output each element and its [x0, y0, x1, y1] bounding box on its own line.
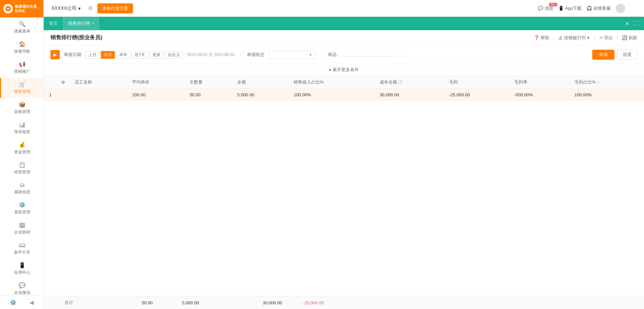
status-filter-label: 单据状态 [247, 52, 264, 58]
sidebar-item-basic-info[interactable]: 🗂 基础信息 [0, 178, 43, 198]
expand-conditions-btn[interactable]: ▾ 展开更多条件 [329, 67, 359, 73]
page-content: 销售排行榜(按业务员) ❓ 帮助 | 🖨 按模板打印 ▾ | ↗ [44, 30, 644, 296]
date-buttons: 上月 本月 本年 近7天 更多 自定义 [85, 51, 183, 59]
company-name: XXXXX公司 [51, 5, 77, 11]
home-label: 首页 [49, 20, 58, 27]
filter-sep-1: | [240, 51, 242, 58]
table-row: 1 100.00 50.00 5,000.00 100.00% 30,000.0… [44, 89, 644, 101]
tab-home[interactable]: 首页 [44, 17, 63, 30]
sidebar-label-guide: 新手引导 [14, 250, 30, 255]
sidebar-icon-guide: 📖 [19, 242, 26, 248]
expand-chevron-icon: ▾ [329, 67, 331, 72]
table-body: 1 100.00 50.00 5,000.00 100.00% 30,000.0… [44, 89, 644, 101]
profit-pct-sort-icon[interactable]: ↕ [597, 80, 599, 85]
company-selector[interactable]: XXXXX公司 ▾ [49, 4, 83, 13]
set-button[interactable]: 设置 [617, 50, 637, 60]
summary-amount: 5,000.00 [182, 300, 222, 305]
tab-close-window-icon[interactable]: ✕ [623, 19, 631, 28]
online-service-button[interactable]: 🎧 在线客服 [587, 5, 611, 11]
divider-3: | [617, 35, 618, 40]
sidebar-label-inventory: 库存核算 [14, 129, 30, 135]
summary-profit: -25,000.00 [303, 300, 343, 305]
sidebar-label-apps: 应用中心 [14, 270, 30, 275]
sidebar-item-enterprise[interactable]: 🏢 企业协同 [0, 218, 43, 239]
sidebar-icon-enterprise: 🏢 [19, 222, 26, 228]
print-label: 按模板打印 [564, 35, 586, 41]
th-settings[interactable]: ⚙ [57, 76, 71, 89]
divider-2: | [594, 35, 595, 40]
status-select[interactable]: ▾ [268, 51, 315, 59]
sidebar-item-guide[interactable]: 📖 新手引导 [0, 239, 43, 259]
prev-month-btn[interactable]: 上月 [85, 51, 99, 59]
tab-sales-rank[interactable]: 销售排行榜 × [63, 17, 99, 30]
service-label: 在线客服 [593, 5, 611, 11]
chevron-down-icon: ▾ [78, 6, 81, 11]
export-button[interactable]: ↗ 导出 [599, 35, 613, 41]
print-icon: 🖨 [558, 35, 563, 40]
cell-settings [57, 89, 71, 101]
sidebar-item-finance[interactable]: 💰 资金管理 [0, 138, 43, 158]
sidebar-item-purchase[interactable]: 📦 采购管理 [0, 98, 43, 118]
refresh-button[interactable]: 🔄 刷新 [622, 35, 637, 41]
cell-avg-price: 100.00 [128, 89, 185, 101]
message-button[interactable]: 💬 消息 99+ [538, 5, 553, 11]
custom-btn[interactable]: 自定义 [165, 51, 183, 59]
header-right: 💬 消息 99+ 📱 App下载 🎧 在线客服 [538, 4, 639, 13]
sidebar-item-search[interactable]: 🔍 搜索菜单 [0, 17, 43, 38]
app-version: 标准版 [15, 9, 37, 13]
filter-more-btn[interactable]: … [398, 52, 403, 57]
page-title: 销售排行榜(按业务员) [50, 34, 102, 41]
user-avatar[interactable] [616, 4, 625, 13]
export-icon: ↗ [599, 35, 603, 40]
goods-input[interactable] [341, 53, 394, 56]
sidebar-icon-purchase: 📦 [19, 101, 26, 108]
table-area: ⚙ 员工名称 平均单价 主数量 全额 销售收入占比% 成本全额 ⓘ 毛利 毛利率 [44, 76, 644, 101]
more-btn[interactable]: 更多 [149, 51, 164, 59]
sidebar-icon-basic-info: 🗂 [19, 182, 25, 188]
sidebar-item-sales[interactable]: 🛒 销售管理 [0, 78, 43, 98]
query-button[interactable]: 查询 [592, 50, 614, 60]
table-header: ⚙ 员工名称 平均单价 主数量 全额 销售收入占比% 成本全额 ⓘ 毛利 毛利率 [44, 76, 644, 89]
content-area: 销售排行榜(按业务员) ❓ 帮助 | 🖨 按模板打印 ▾ | ↗ [44, 30, 644, 296]
help-button[interactable]: ❓ 帮助 [534, 35, 549, 41]
sidebar-label-operations: 经营管理 [14, 169, 30, 175]
sidebar-item-wechat[interactable]: 💬 企业微信 [0, 279, 43, 296]
message-icon: 💬 [538, 6, 543, 11]
sidebar-item-quick-nav[interactable]: 🏠 快捷导航 [0, 38, 43, 58]
sidebar-icon-sales: 🛒 [19, 81, 26, 88]
help-icon: ❓ [534, 35, 539, 40]
trial-button[interactable]: 体验行业方案 [97, 3, 133, 13]
header-gear-icon[interactable]: ⚙ [87, 4, 94, 13]
refresh-icon: 🔄 [622, 35, 627, 40]
sidebar-icon-apps: 📱 [19, 262, 26, 268]
sidebar-item-apps[interactable]: 📱 应用中心 [0, 259, 43, 279]
settings-bottom-icon[interactable]: ⚙️ [10, 299, 16, 306]
cell-sales-pct: 100.00% [290, 89, 376, 101]
this-year-btn[interactable]: 本年 [116, 51, 130, 59]
app-download-button[interactable]: 📱 App下载 [558, 5, 582, 11]
th-sales-pct: 销售收入占比% [290, 76, 376, 89]
headset-icon: 🎧 [587, 6, 592, 11]
print-chevron-icon: ▾ [587, 35, 590, 40]
7days-btn[interactable]: 近7天 [132, 51, 148, 59]
sidebar-item-operations[interactable]: 📋 经营管理 [0, 158, 43, 178]
th-profit: 毛利 [445, 76, 510, 89]
cost-info-icon[interactable]: ⓘ [398, 80, 402, 85]
filter-collapse-btn[interactable]: ▶ [50, 50, 60, 59]
cell-profit-rate: -500.00% [510, 89, 570, 101]
print-button[interactable]: 🖨 按模板打印 ▾ [558, 35, 590, 41]
sidebar-item-system[interactable]: ⚙️ 系统管理 [0, 198, 43, 218]
sidebar-icon-search: 🔍 [19, 21, 26, 27]
tab-close-icon[interactable]: × [92, 21, 94, 26]
th-employee: 员工名称 [71, 76, 128, 89]
cell-amount: 5,000.00 [233, 89, 290, 101]
sidebar-item-inventory[interactable]: 📊 库存核算 [0, 118, 43, 138]
th-profit-rate: 毛利率 [510, 76, 570, 89]
sidebar-item-marketing[interactable]: 📢 营销推广 [0, 58, 43, 78]
tab-maximize-icon[interactable]: ⛶ [632, 19, 641, 28]
summary-label: 合计 [48, 300, 108, 306]
collapse-icon[interactable]: ◀ [30, 299, 34, 306]
current-month-btn[interactable]: 本月 [101, 51, 115, 59]
cell-profit-pct: 100.00% [570, 89, 644, 101]
sidebar-label-purchase: 采购管理 [14, 109, 30, 115]
